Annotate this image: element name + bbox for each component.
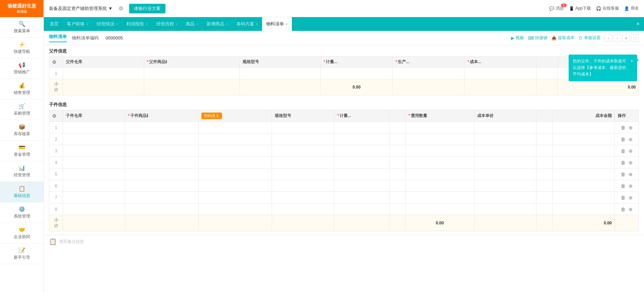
parent-cell-goods[interactable] [144,68,239,79]
parent-cell-unit[interactable] [321,68,393,79]
breadcrumb-bom[interactable]: 物料清单 [49,34,67,42]
child-cell-goods[interactable] [125,157,198,168]
child-cell-unit-cost[interactable] [474,122,536,133]
action-extract-cost[interactable]: 📥 提取成本 [552,35,574,41]
child-cell-goods[interactable] [125,203,198,215]
child-cell-qty[interactable] [406,133,474,145]
child-cell-qty[interactable] [406,122,474,133]
child-cell-spec[interactable] [272,122,334,133]
delete-icon[interactable]: 🗑 [621,148,626,154]
online-service-button[interactable]: 🎧 在线客服 [596,5,619,11]
expand-icon[interactable]: ⬚ [631,34,639,42]
child-cell-unit-cost[interactable] [474,192,536,203]
delete-icon[interactable]: 🗑 [621,195,626,200]
child-cell-unit-cost[interactable] [474,133,536,145]
copy-icon[interactable]: ⊕ [629,172,633,177]
child-cell-goods[interactable] [125,145,198,157]
sidebar-item-enterprise[interactable]: 🤝 企业协同 [0,223,44,244]
sidebar-item-quicknav[interactable]: ⚡ 快捷导航 [0,38,44,58]
copy-icon[interactable]: ⊕ [629,183,633,189]
child-cell-unit[interactable] [334,192,389,203]
delete-icon[interactable]: 🗑 [621,183,626,189]
child-cell-unit[interactable] [334,157,389,168]
sidebar-item-finance[interactable]: 💳 资金管理 [0,141,44,161]
tab-bom[interactable]: 物料清单 × [262,17,292,31]
parent-cell-spec[interactable] [239,68,321,79]
child-cell-unit[interactable] [334,168,389,180]
parent-cell-produce[interactable] [393,68,465,79]
child-cell-goods[interactable] [125,180,198,192]
copy-icon[interactable]: ⊕ [629,125,633,130]
child-cell-unit-cost[interactable] [474,203,536,215]
child-cell-unit[interactable] [334,180,389,192]
copy-icon[interactable]: ⊕ [629,148,633,154]
child-cell-qty[interactable] [406,168,474,180]
parent-cell-cost[interactable] [465,68,536,79]
tab-barcode-close[interactable]: × [256,22,258,26]
child-cell-unit[interactable] [334,133,389,145]
delete-icon[interactable]: 🗑 [621,207,626,212]
parent-settings-icon[interactable]: ⚙ [52,59,57,65]
child-cell-warehouse[interactable] [63,203,125,215]
parent-cell-warehouse[interactable] [63,68,144,79]
tab-bom-close[interactable]: × [286,22,288,26]
child-cell-qty[interactable] [406,157,474,168]
child-cell-spec[interactable] [272,145,334,157]
user-button[interactable]: 👤 用友 [624,5,639,11]
child-cell-unit[interactable] [334,145,389,157]
child-settings-icon[interactable]: ⚙ [52,113,57,119]
child-cell-goods[interactable] [125,192,198,203]
tab-business-close[interactable]: × [116,22,118,26]
child-cell-unit-cost[interactable] [474,145,536,157]
child-cell-spec[interactable] [272,168,334,180]
child-cell-spec[interactable] [272,180,334,192]
child-cell-unit-cost[interactable] [474,157,536,168]
tab-customer[interactable]: 客户联络 × [63,17,92,31]
child-cell-unit-cost[interactable] [474,180,536,192]
copy-icon[interactable]: ⊕ [629,160,633,165]
child-cell-unit-cost[interactable] [474,168,536,180]
tab-history-close[interactable]: × [176,22,178,26]
action-shortcut[interactable]: ⌨ 快捷键 [528,35,547,41]
app-download-button[interactable]: 📱 App下载 [569,5,591,11]
child-cell-unit[interactable] [334,122,389,133]
action-doc-settings[interactable]: 🗒 单据设置 [579,35,600,41]
scan-button[interactable]: 扫码录入 [201,113,222,119]
prev-arrow[interactable]: ‹ [605,34,612,42]
message-button[interactable]: 💬 消息 6 [549,5,564,11]
child-cell-warehouse[interactable] [63,157,125,168]
child-cell-spec[interactable] [272,192,334,203]
action-video[interactable]: ▶ 视频 [511,35,524,41]
sidebar-item-guide[interactable]: 📝 新手引导 [0,244,44,264]
sidebar-item-purchase[interactable]: 🛒 采购管理 [0,100,44,120]
settings-button[interactable]: ⚙ [116,4,126,13]
delete-icon[interactable]: 🗑 [621,125,626,130]
child-cell-warehouse[interactable] [63,145,125,157]
child-cell-goods[interactable] [125,122,198,133]
child-cell-spec[interactable] [272,203,334,215]
sidebar-item-ops[interactable]: 📊 经营管理 [0,161,44,182]
tab-new-goods[interactable]: 新增商品 × [202,17,232,31]
copy-icon[interactable]: ⊕ [629,207,633,212]
sidebar-item-marketing[interactable]: 📢 营销推广 [0,58,44,79]
child-cell-goods[interactable] [125,133,198,145]
child-cell-qty[interactable] [406,145,474,157]
close-all-tabs[interactable]: × [634,21,642,27]
tab-goods[interactable]: 商品 × [182,17,202,31]
trial-button[interactable]: 体验行业方案 [129,4,165,13]
tab-home[interactable]: 首页 [46,17,63,31]
child-cell-goods[interactable] [125,168,198,180]
tab-customer-close[interactable]: × [86,22,88,26]
child-cell-warehouse[interactable] [63,122,125,133]
child-cell-warehouse[interactable] [63,133,125,145]
child-cell-warehouse[interactable] [63,180,125,192]
child-cell-qty[interactable] [406,192,474,203]
tab-business[interactable]: 经营情况 × [92,17,122,31]
menu-icon[interactable]: ≡ [622,34,630,42]
sidebar-item-sales[interactable]: 💰 销售管理 [0,79,44,100]
tab-history[interactable]: 经营历程 × [152,17,182,31]
delete-icon[interactable]: 🗑 [621,172,626,177]
system-title-area[interactable]: 装备及固定资产辅助管理系统 ▼ [49,5,113,12]
child-cell-warehouse[interactable] [63,192,125,203]
next-arrow[interactable]: › [614,34,621,42]
